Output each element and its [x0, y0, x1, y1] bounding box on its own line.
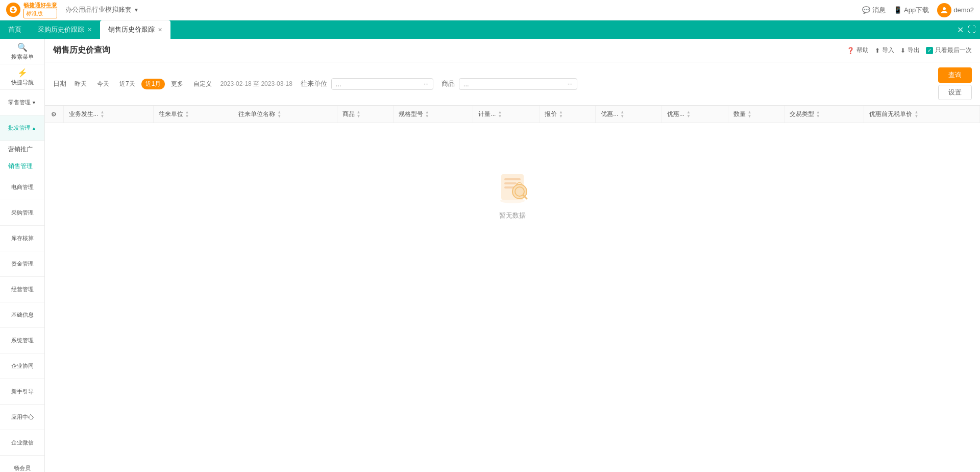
chevron-down-icon: ▼ — [134, 7, 139, 13]
date-option-7days[interactable]: 近7天 — [115, 79, 139, 89]
sidebar-item-new-guide[interactable]: 新手引导 — [0, 379, 44, 405]
col-spec[interactable]: 规格型号 ▲▼ — [393, 106, 473, 123]
col-partner-code-label: 往来单位 — [159, 110, 183, 119]
tab-purchase-history[interactable]: 采购历史价跟踪 ✕ — [30, 20, 100, 39]
sidebar-item-wechat[interactable]: 企业微信 — [0, 430, 44, 456]
tab-bar-actions: ✕ ⛶ — [957, 25, 980, 35]
sidebar-item-enterprise[interactable]: 企业协同 — [0, 353, 44, 379]
col-partner-code[interactable]: 往来单位 ▲▼ — [153, 106, 233, 123]
sidebar-label-member: 畅会员 — [14, 464, 31, 472]
message-label: 消息 — [872, 6, 886, 15]
date-option-today[interactable]: 今天 — [93, 79, 113, 89]
date-option-yesterday[interactable]: 昨天 — [70, 79, 91, 89]
maximize-icon[interactable]: ⛶ — [968, 25, 976, 34]
help-action[interactable]: ❓ 帮助 — [847, 46, 869, 55]
partner-input-wrap[interactable]: ··· — [331, 78, 433, 90]
col-price-label: 报价 — [545, 110, 557, 119]
sidebar-item-search-menu[interactable]: 🔍 搜索菜单 — [0, 39, 44, 64]
sort-arrows-discount2: ▲▼ — [687, 110, 691, 119]
col-discount1[interactable]: 优惠... ▲▼ — [596, 106, 662, 123]
tab-home[interactable]: 首页 — [0, 20, 30, 39]
only-last-label: 只看最后一次 — [935, 46, 972, 55]
settings-button[interactable]: 设置 — [938, 85, 972, 100]
sidebar-item-finance[interactable]: 资金管理 — [0, 251, 44, 277]
goods-input-wrap[interactable]: ··· — [459, 78, 577, 90]
col-quantity-label: 数量 — [733, 110, 746, 119]
logo-text: 畅捷通好生意 — [23, 2, 57, 9]
col-biz-date-label: 业务发生... — [69, 110, 99, 119]
data-table: ⚙ 业务发生... ▲▼ 往来单位 ▲▼ — [45, 106, 980, 123]
sidebar-item-quick-nav[interactable]: ⚡ 快捷导航 — [0, 64, 44, 90]
empty-state: 暂无数据 — [45, 123, 980, 261]
search-icon: 🔍 — [17, 42, 28, 52]
sidebar-item-operations[interactable]: 经营管理 — [0, 277, 44, 302]
sort-arrows-trade-type: ▲▼ — [816, 110, 820, 119]
sidebar-item-app-center[interactable]: 应用中心 — [0, 405, 44, 430]
goods-input[interactable] — [463, 80, 566, 88]
sort-arrows-partner-name: ▲▼ — [277, 110, 281, 119]
sort-arrows-spec: ▲▼ — [425, 110, 429, 119]
date-option-1month[interactable]: 近1月 — [141, 79, 165, 89]
help-icon: ❓ — [847, 47, 854, 54]
sidebar-item-sales-mgmt[interactable]: 销售管理 — [0, 158, 44, 175]
empty-icon — [492, 164, 533, 205]
partner-ellipsis-icon: ··· — [424, 80, 429, 87]
sidebar-item-member[interactable]: 畅会员 — [0, 456, 44, 472]
goods-filter-label: 商品 — [442, 79, 455, 88]
sidebar-label-enterprise: 企业协同 — [11, 362, 34, 370]
sidebar-item-system[interactable]: 系统管理 — [0, 328, 44, 353]
filter-buttons: 查询 设置 — [938, 67, 972, 100]
tab-sales-history[interactable]: 销售历史价跟踪 ✕ — [100, 20, 170, 39]
sidebar-item-ecommerce[interactable]: 电商管理 — [0, 175, 44, 200]
sidebar-item-basic-info[interactable]: 基础信息 — [0, 302, 44, 328]
sidebar-item-purchase-mgmt[interactable]: 采购管理 — [0, 200, 44, 226]
gear-icon: ⚙ — [51, 111, 57, 118]
col-spec-label: 规格型号 — [399, 110, 423, 119]
col-partner-name[interactable]: 往来单位名称 ▲▼ — [233, 106, 337, 123]
date-option-more[interactable]: 更多 — [167, 79, 187, 89]
col-trade-type[interactable]: 交易类型 ▲▼ — [784, 106, 864, 123]
sidebar-item-marketing[interactable]: 营销推广 — [0, 141, 44, 158]
sidebar-label-basic-info: 基础信息 — [11, 311, 34, 319]
sidebar-label-operations: 经营管理 — [11, 286, 34, 293]
col-gear[interactable]: ⚙ — [45, 106, 63, 123]
col-price[interactable]: 报价 ▲▼ — [540, 106, 596, 123]
date-option-custom[interactable]: 自定义 — [189, 79, 216, 89]
date-options: 昨天 今天 近7天 近1月 更多 自定义 — [70, 79, 216, 89]
sidebar-item-inventory[interactable]: 库存核算 — [0, 226, 44, 251]
help-label: 帮助 — [856, 46, 869, 55]
sidebar-item-wholesale-mgmt[interactable]: 批发管理 ▲ — [0, 115, 44, 141]
app-download-action[interactable]: 📱 App下载 — [894, 6, 929, 15]
sidebar-item-retail-mgmt[interactable]: 零售管理 ▼ — [0, 90, 44, 115]
phone-icon: 📱 — [894, 6, 902, 14]
close-tab-icon[interactable]: ✕ — [957, 25, 964, 35]
search-button[interactable]: 查询 — [938, 67, 972, 83]
quick-nav-icon: ⚡ — [17, 68, 28, 78]
col-quantity[interactable]: 数量 ▲▼ — [728, 106, 784, 123]
logo-tag: 标准版 — [23, 9, 57, 18]
sidebar-label-ecommerce: 电商管理 — [11, 183, 34, 191]
col-goods[interactable]: 商品 ▲▼ — [337, 106, 393, 123]
partner-input[interactable] — [336, 80, 422, 88]
col-discount2[interactable]: 优惠... ▲▼ — [662, 106, 728, 123]
col-biz-date[interactable]: 业务发生... ▲▼ — [63, 106, 153, 123]
app-selector[interactable]: 办公用品行业模拟账套 ▼ — [61, 3, 143, 16]
sort-arrows-unit: ▲▼ — [498, 110, 502, 119]
user-action[interactable]: demo2 — [937, 3, 974, 17]
table-header-row: ⚙ 业务发生... ▲▼ 往来单位 ▲▼ — [45, 106, 980, 123]
avatar — [937, 3, 951, 17]
col-pretax-price[interactable]: 优惠前无税单价 ▲▼ — [864, 106, 980, 123]
logo-icon — [6, 3, 20, 17]
export-action[interactable]: ⬇ 导出 — [900, 46, 920, 55]
purchase-history-close-icon[interactable]: ✕ — [87, 27, 92, 33]
import-action[interactable]: ⬆ 导入 — [875, 46, 894, 55]
sales-history-close-icon[interactable]: ✕ — [158, 27, 162, 33]
col-unit[interactable]: 计量... ▲▼ — [473, 106, 540, 123]
sidebar-label-wholesale-mgmt: 批发管理 — [8, 124, 31, 132]
message-action[interactable]: 💬 消息 — [862, 6, 886, 15]
svg-rect-3 — [504, 182, 517, 184]
col-discount1-label: 优惠... — [601, 110, 618, 119]
only-last-checkbox[interactable]: ✓ 只看最后一次 — [926, 46, 972, 55]
content-area: 销售历史价查询 ❓ 帮助 ⬆ 导入 ⬇ 导出 ✓ — [45, 39, 980, 472]
chevron-up-icon-wholesale: ▲ — [32, 126, 36, 131]
